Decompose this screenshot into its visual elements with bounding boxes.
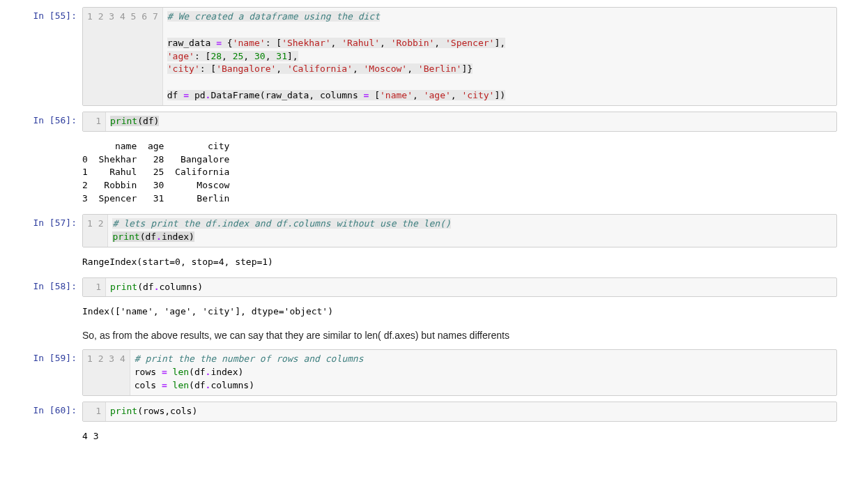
line-gutter: 1 2 3 4 5 6 7 (83, 8, 163, 105)
code-cell: In [58]:1print(df.columns) (14, 277, 837, 298)
code-content[interactable]: print(df) (106, 112, 836, 131)
output-text: RangeIndex(start=0, stop=4, step=1) (82, 253, 837, 272)
prompt-empty (14, 137, 82, 150)
input-prompt: In [55]: (14, 7, 82, 21)
code-cell: In [55]:1 2 3 4 5 6 7# We created a data… (14, 7, 837, 106)
input-prompt: In [56]: (14, 112, 82, 125)
output-cell: name age city 0 Shekhar 28 Bangalore 1 R… (14, 137, 837, 208)
code-input[interactable]: 1 2# lets print the df.index and df.colu… (82, 214, 837, 247)
prompt-empty (14, 303, 82, 315)
code-input[interactable]: 1print(rows,cols) (82, 402, 837, 422)
code-content[interactable]: # print the the number of rows and colum… (130, 350, 836, 395)
code-content[interactable]: # We created a dataframe using the dict … (163, 8, 836, 105)
input-prompt: In [59]: (14, 349, 82, 363)
code-cell: In [59]:1 2 3 4# print the the number of… (14, 349, 837, 396)
prompt-empty (14, 427, 82, 440)
output-cell: Index(['name', 'age', 'city'], dtype='ob… (14, 303, 837, 321)
prompt-empty (14, 253, 82, 266)
line-gutter: 1 (83, 402, 106, 421)
code-input[interactable]: 1 2 3 4# print the the number of rows an… (82, 349, 837, 396)
code-cell: In [60]:1print(rows,cols) (14, 402, 837, 422)
line-gutter: 1 2 3 4 (83, 350, 130, 395)
input-prompt: In [57]: (14, 214, 82, 228)
prompt-empty (14, 327, 82, 339)
code-content[interactable]: # lets print the df.index and df.columns… (108, 215, 836, 247)
input-prompt: In [60]: (14, 402, 82, 415)
output-cell: RangeIndex(start=0, stop=4, step=1) (14, 253, 837, 272)
line-gutter: 1 (83, 278, 106, 297)
output-text: 4 3 (82, 427, 837, 446)
notebook: In [55]:1 2 3 4 5 6 7# We created a data… (14, 7, 837, 445)
output-text: Index(['name', 'age', 'city'], dtype='ob… (82, 303, 837, 321)
code-input[interactable]: 1print(df.columns) (82, 277, 837, 298)
markdown-cell: So, as from the above results, we can sa… (14, 327, 837, 344)
markdown-text: So, as from the above results, we can sa… (82, 327, 837, 344)
code-cell: In [57]:1 2# lets print the df.index and… (14, 214, 837, 247)
output-cell: 4 3 (14, 427, 837, 446)
code-cell: In [56]:1print(df) (14, 112, 837, 132)
code-input[interactable]: 1print(df) (82, 112, 837, 132)
output-text: name age city 0 Shekhar 28 Bangalore 1 R… (82, 137, 837, 208)
line-gutter: 1 2 (83, 215, 108, 247)
line-gutter: 1 (83, 112, 106, 131)
code-content[interactable]: print(df.columns) (106, 278, 836, 297)
input-prompt: In [58]: (14, 277, 82, 291)
code-input[interactable]: 1 2 3 4 5 6 7# We created a dataframe us… (82, 7, 837, 106)
code-content[interactable]: print(rows,cols) (106, 402, 836, 421)
